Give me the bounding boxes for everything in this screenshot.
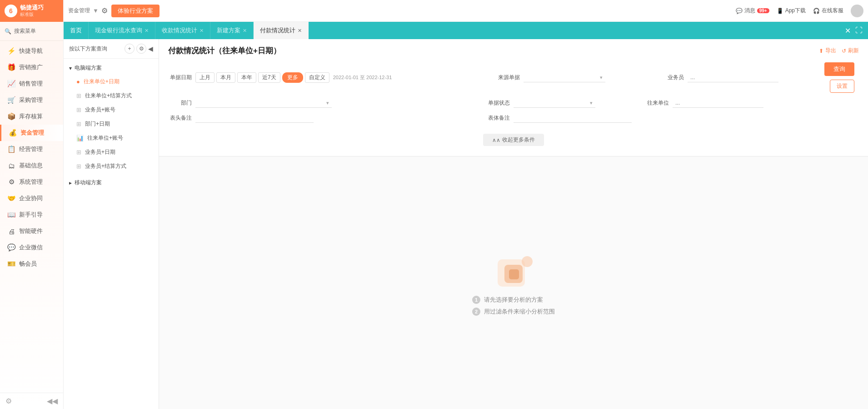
- counterpart-input[interactable]: [673, 98, 763, 108]
- messages-label: 消息: [744, 7, 755, 15]
- sidebar-item-label: 营销推广: [19, 63, 43, 71]
- tab-bank-close[interactable]: ✕: [145, 28, 149, 34]
- trial-button[interactable]: 体验行业方案: [111, 5, 160, 17]
- breadcrumb-arrow: ▼: [93, 7, 99, 14]
- scheme-unit-date-label: 往来单位+日期: [84, 78, 153, 86]
- scheme-item-unit-date[interactable]: ● 往来单位+日期: [64, 75, 159, 89]
- sidebar-item-enterprise[interactable]: 🤝 企业协同: [0, 190, 63, 207]
- topbar-settings-icon[interactable]: ⚙: [101, 6, 108, 15]
- collapse-arrow-icon: ∧∧: [492, 137, 500, 143]
- refresh-button[interactable]: ↺ 刷新: [842, 47, 859, 55]
- date-range-text: 2022-01-01 至 2022-12-31: [333, 74, 392, 81]
- date-custom[interactable]: 自定义: [305, 72, 329, 83]
- svg-point-3: [522, 256, 533, 267]
- messages-button[interactable]: 💬 消息 99+: [736, 7, 769, 15]
- dept-select-arrow: ▾: [326, 100, 329, 106]
- chevron-down-icon: ▾: [69, 65, 72, 71]
- query-button[interactable]: 查询: [824, 62, 854, 76]
- sidebar-item-inventory[interactable]: 📦 库存核算: [0, 108, 63, 125]
- scheme-icon-6: ⊞: [76, 149, 81, 156]
- close-all-tabs-button[interactable]: ✕: [843, 25, 853, 37]
- sidebar-item-system[interactable]: ⚙ 系统管理: [0, 174, 63, 190]
- wechat-icon: 💬: [7, 243, 15, 252]
- tab-payment-close[interactable]: ✕: [298, 28, 302, 34]
- scheme-item-staff-payment[interactable]: ⊞ 业务员+结算方式: [64, 159, 159, 173]
- tab-payment[interactable]: 付款情况统计 ✕: [254, 22, 309, 39]
- settings-footer-icon[interactable]: ⚙: [5, 397, 12, 405]
- tab-receipt-close[interactable]: ✕: [200, 28, 204, 34]
- tab-home[interactable]: 首页: [64, 22, 89, 39]
- date-last-7[interactable]: 近7天: [258, 72, 280, 83]
- date-this-month[interactable]: 本月: [216, 72, 235, 83]
- date-more[interactable]: 更多: [282, 72, 303, 83]
- date-buttons: 上月 本月 本年 近7天 更多 自定义 2022-01-01 至 2022-12…: [195, 72, 392, 83]
- desktop-group-header[interactable]: ▾ 电脑端方案: [64, 61, 159, 75]
- header-note-input[interactable]: [195, 113, 314, 123]
- date-last-month[interactable]: 上月: [195, 72, 215, 83]
- sidebar-item-label: 资金管理: [20, 129, 44, 137]
- online-service-button[interactable]: 🎧 在线客服: [813, 7, 843, 15]
- scheme-panel-header: 按以下方案查询 + ⚙ ◀: [64, 39, 159, 59]
- sidebar-item-sales[interactable]: 📈 销售管理: [0, 76, 63, 92]
- search-menu-button[interactable]: 🔍 搜索菜单: [5, 25, 59, 37]
- scheme-item-staff-account[interactable]: ⊞ 业务员+账号: [64, 103, 159, 117]
- collapse-filters-button[interactable]: ∧∧ 收起更多条件: [483, 134, 544, 146]
- chevron-right-icon: ▸: [69, 180, 72, 186]
- collapse-filters-label: 收起更多条件: [502, 136, 535, 144]
- sidebar-item-operation[interactable]: 📋 经营管理: [0, 141, 63, 157]
- source-label: 来源单据: [496, 74, 524, 81]
- sidebar-item-purchase[interactable]: 🛒 采购管理: [0, 92, 63, 108]
- messages-badge: 99+: [757, 8, 769, 13]
- add-scheme-button[interactable]: +: [125, 44, 135, 54]
- content-area: 按以下方案查询 + ⚙ ◀ ▾ 电脑端方案 ● 往来单位+日期 ⊞: [64, 39, 868, 409]
- staff-input[interactable]: [688, 73, 778, 82]
- collapse-sidebar-icon[interactable]: ◀◀: [47, 397, 58, 405]
- sidebar-item-hardware[interactable]: 🖨 智能硬件: [0, 223, 63, 239]
- scheme-staff-payment-label: 业务员+结算方式: [85, 162, 153, 170]
- tab-new[interactable]: 新建方案 ✕: [210, 22, 254, 39]
- scheme-item-unit-account[interactable]: 📊 往来单位+账号: [64, 131, 159, 145]
- scheme-settings-button[interactable]: ⚙: [136, 44, 146, 54]
- sidebar-item-marketing[interactable]: 🎁 营销推广: [0, 59, 63, 76]
- user-avatar[interactable]: [851, 5, 863, 17]
- scheme-unit-payment-label: 往来单位+结算方式: [85, 92, 153, 100]
- date-filter-col: 单据日期 上月 本月 本年 近7天 更多 自定义 2022-01-01 至 20…: [168, 72, 496, 83]
- sidebar-item-guide[interactable]: 📖 新手引导: [0, 207, 63, 223]
- mobile-group-label: 移动端方案: [75, 179, 102, 187]
- tab-receipt[interactable]: 收款情况统计 ✕: [155, 22, 210, 39]
- collapse-scheme-panel-button[interactable]: ◀: [148, 45, 153, 52]
- phone-icon: 📱: [777, 8, 783, 14]
- maximize-button[interactable]: ⛶: [853, 25, 864, 36]
- staff-filter-col: 业务员: [660, 73, 824, 82]
- mobile-group-header[interactable]: ▸ 移动端方案: [64, 176, 159, 189]
- sidebar-item-member[interactable]: 🎫 畅会员: [0, 256, 63, 272]
- sidebar-item-basic[interactable]: 🗂 基础信息: [0, 157, 63, 174]
- body-note-input[interactable]: [514, 113, 632, 123]
- step-1-number: 1: [472, 296, 480, 304]
- app-download-button[interactable]: 📱 App下载: [777, 7, 806, 15]
- filter-settings-button[interactable]: 设置: [830, 80, 854, 93]
- export-button[interactable]: ⬆ 导出: [819, 47, 836, 55]
- tab-bank[interactable]: 现金银行流水查询 ✕: [89, 22, 155, 39]
- date-this-year[interactable]: 本年: [237, 72, 256, 83]
- guide-icon: 📖: [7, 211, 15, 219]
- bill-status-select[interactable]: ▾: [514, 99, 595, 108]
- step-2-number: 2: [472, 308, 480, 316]
- dept-select[interactable]: ▾: [195, 99, 332, 108]
- filter-row-3: 表头备注 表体备注: [168, 113, 859, 123]
- source-filter-col: 来源单据 ▾: [496, 73, 660, 82]
- sidebar-item-wechat[interactable]: 💬 企业微信: [0, 239, 63, 256]
- tab-new-close[interactable]: ✕: [243, 28, 247, 34]
- filter-row-2: 部门 ▾ 单据状态 ▾ 往来单位: [168, 98, 859, 108]
- scheme-item-dept-date[interactable]: ⊞ 部门+日期: [64, 117, 159, 131]
- scheme-item-staff-date[interactable]: ⊞ 业务员+日期: [64, 145, 159, 159]
- source-select[interactable]: ▾: [524, 73, 605, 82]
- sidebar-item-finance[interactable]: 💰 资金管理: [0, 125, 63, 141]
- sidebar-item-shortcuts[interactable]: ⚡ 快捷导航: [0, 43, 63, 59]
- sidebar-search-section: 🔍 搜索菜单: [0, 22, 63, 41]
- tabbar-actions: ✕ ⛶: [843, 22, 868, 39]
- scheme-item-unit-payment[interactable]: ⊞ 往来单位+结算方式: [64, 89, 159, 103]
- scheme-staff-account-label: 业务员+账号: [85, 106, 153, 114]
- app-logo-icon: 6: [5, 5, 17, 17]
- search-label: 搜索菜单: [14, 27, 36, 35]
